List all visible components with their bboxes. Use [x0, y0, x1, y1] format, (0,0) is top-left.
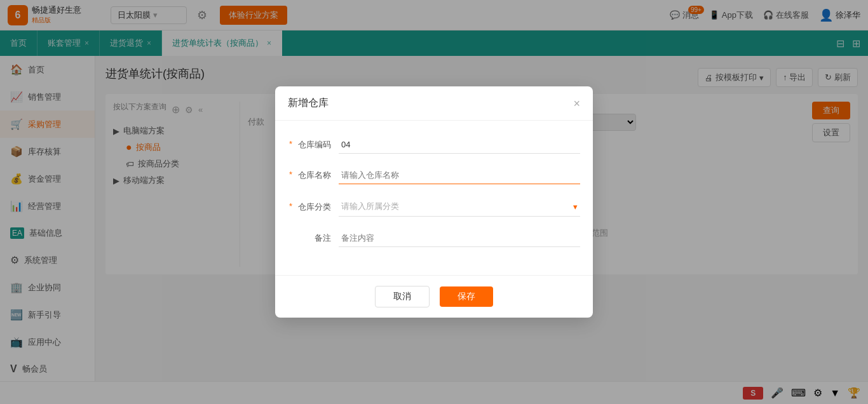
warehouse-note-input[interactable]: [339, 229, 580, 247]
warehouse-note-row: 备注: [288, 229, 580, 247]
warehouse-code-input[interactable]: [339, 136, 580, 154]
warehouse-code-label: 仓库编码: [288, 139, 339, 151]
modal-footer: 取消 保存: [275, 275, 593, 318]
warehouse-category-placeholder: 请输入所属分类: [341, 201, 399, 212]
category-dropdown-icon: ▾: [573, 202, 578, 212]
warehouse-category-label: 仓库分类: [288, 201, 339, 213]
warehouse-name-input[interactable]: [339, 166, 580, 184]
warehouse-category-row: 仓库分类 请输入所属分类 ▾: [288, 197, 580, 217]
modal-body: 仓库编码 仓库名称 仓库分类 请输入所属分类 ▾ 备注: [275, 121, 593, 275]
warehouse-name-label: 仓库名称: [288, 170, 339, 181]
modal-header: 新增仓库 ×: [275, 86, 593, 121]
modal-title: 新增仓库: [288, 97, 329, 110]
warehouse-note-label: 备注: [288, 232, 339, 244]
cancel-button[interactable]: 取消: [375, 286, 430, 307]
warehouse-category-select[interactable]: 请输入所属分类 ▾: [339, 197, 580, 217]
modal-backdrop: 新增仓库 × 仓库编码 仓库名称 仓库分类 请输入所属分类 ▾: [0, 0, 868, 404]
warehouse-name-row: 仓库名称: [288, 166, 580, 184]
warehouse-code-row: 仓库编码: [288, 136, 580, 154]
add-warehouse-modal: 新增仓库 × 仓库编码 仓库名称 仓库分类 请输入所属分类 ▾: [275, 86, 593, 318]
modal-close-button[interactable]: ×: [573, 98, 580, 109]
save-button[interactable]: 保存: [440, 286, 493, 307]
